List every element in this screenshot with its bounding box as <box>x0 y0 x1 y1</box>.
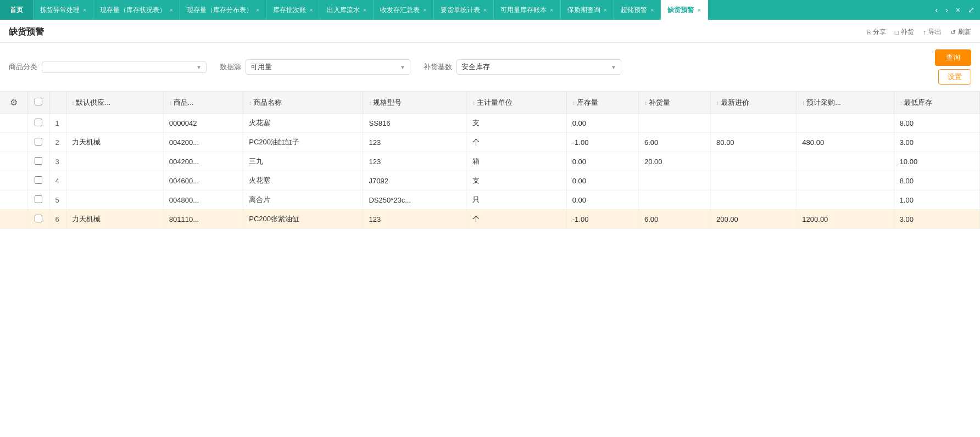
row-checkbox-2[interactable] <box>35 157 42 165</box>
row-index: 6 <box>49 210 66 229</box>
row-checkbox-cell[interactable] <box>27 114 49 133</box>
row-min-stock: 1.00 <box>894 191 979 210</box>
category-label: 商品分类 <box>9 62 37 72</box>
tab-close-all-btn[interactable]: × <box>953 4 964 15</box>
export-action[interactable]: ↑ 导出 <box>923 27 942 37</box>
tab-7-label: 要货单统计表 <box>441 5 480 15</box>
gear-icon[interactable]: ⚙ <box>10 98 18 107</box>
tab-7-close[interactable]: × <box>483 7 487 13</box>
tab-9-close[interactable]: × <box>604 7 607 13</box>
th-supplement[interactable]: 补货量 <box>638 92 710 114</box>
tab-8-close[interactable]: × <box>550 7 553 13</box>
row-checkbox-0[interactable] <box>35 119 42 126</box>
supplement-base-select-arrow: ▼ <box>611 64 616 70</box>
row-unit: 只 <box>467 191 566 210</box>
row-supplement: 20.00 <box>638 152 710 171</box>
th-checkbox[interactable] <box>27 92 49 114</box>
tab-next-btn[interactable]: › <box>942 4 951 15</box>
row-supplement <box>638 114 710 133</box>
row-checkbox-4[interactable] <box>35 195 42 203</box>
tab-3[interactable]: 现存量（库存分布表） × <box>180 0 266 20</box>
tab-10[interactable]: 超储预警 × <box>614 0 661 20</box>
supplement-base-filter-group: 补货基数 安全库存 ▼ <box>424 59 621 75</box>
tab-6-close[interactable]: × <box>423 7 426 13</box>
table-row: 5 004800... 离合片 DS250*23c... 只 0.00 1.00 <box>0 191 980 210</box>
tab-4[interactable]: 库存批次账 × <box>266 0 320 20</box>
datasource-select[interactable]: 可用量 ▼ <box>246 59 410 75</box>
tab-1[interactable]: 拣货异常处理 × <box>34 0 93 20</box>
tab-5[interactable]: 出入库流水 × <box>320 0 374 20</box>
row-checkbox-1[interactable] <box>35 138 42 145</box>
row-product-code: 004200... <box>163 133 243 152</box>
row-unit: 箱 <box>467 152 566 171</box>
row-supplement <box>638 171 710 191</box>
row-checkbox-cell[interactable] <box>27 191 49 210</box>
th-min-stock[interactable]: 最低库存 <box>894 92 979 114</box>
tab-2[interactable]: 现存量（库存状况表） × <box>93 0 180 20</box>
tab-11-close[interactable]: × <box>697 7 700 13</box>
datasource-select-value: 可用量 <box>250 62 272 72</box>
tab-8-label: 可用量库存账本 <box>500 5 547 15</box>
refresh-action[interactable]: ↺ 刷新 <box>950 27 971 37</box>
tab-bar: 首页 拣货异常处理 × 现存量（库存状况表） × 现存量（库存分布表） × 库存… <box>0 0 980 20</box>
tab-4-close[interactable]: × <box>309 7 313 13</box>
row-gear-cell <box>0 171 27 191</box>
row-est-purchase: 480.00 <box>797 133 894 152</box>
th-est-purchase[interactable]: 预计采购... <box>797 92 894 114</box>
tab-10-close[interactable]: × <box>650 7 654 13</box>
tab-2-close[interactable]: × <box>169 7 172 13</box>
row-checkbox-cell[interactable] <box>27 133 49 152</box>
row-checkbox-cell[interactable] <box>27 171 49 191</box>
row-checkbox-cell[interactable] <box>27 210 49 229</box>
row-product-name: PC200张紧油缸 <box>243 210 363 229</box>
refresh-icon: ↺ <box>950 29 956 36</box>
settings-button[interactable]: 设置 <box>938 69 971 85</box>
page-header: 缺货预警 ⎘ 分享 □ 补货 ↑ 导出 ↺ 刷新 <box>0 20 980 43</box>
tab-prev-btn[interactable]: ‹ <box>932 4 941 15</box>
tab-9[interactable]: 保质期查询 × <box>561 0 614 20</box>
tab-1-close[interactable]: × <box>83 7 86 13</box>
row-stock: 0.00 <box>566 114 638 133</box>
tab-5-close[interactable]: × <box>363 7 366 13</box>
th-product-name[interactable]: 商品名称 <box>243 92 363 114</box>
row-product-code: 004800... <box>163 191 243 210</box>
row-stock: 0.00 <box>566 191 638 210</box>
tab-expand-btn[interactable]: ⤢ <box>965 4 978 15</box>
row-gear-cell <box>0 152 27 171</box>
th-stock[interactable]: 库存量 <box>566 92 638 114</box>
th-unit[interactable]: 主计量单位 <box>467 92 566 114</box>
row-stock: 0.00 <box>566 152 638 171</box>
tab-6[interactable]: 收发存汇总表 × <box>374 0 433 20</box>
th-index <box>49 92 66 114</box>
tab-8[interactable]: 可用量库存账本 × <box>494 0 560 20</box>
row-latest-price: 200.00 <box>711 210 797 229</box>
row-index: 3 <box>49 152 66 171</box>
tab-11-label: 缺货预警 <box>667 5 694 15</box>
tab-3-close[interactable]: × <box>256 7 259 13</box>
th-spec[interactable]: 规格型号 <box>363 92 467 114</box>
header-actions: ⎘ 分享 □ 补货 ↑ 导出 ↺ 刷新 <box>867 27 971 37</box>
tab-11[interactable]: 缺货预警 × <box>661 0 708 20</box>
row-checkbox-cell[interactable] <box>27 152 49 171</box>
th-default-supplier[interactable]: 默认供应... <box>66 92 163 114</box>
row-unit: 支 <box>467 171 566 191</box>
tab-home[interactable]: 首页 <box>0 0 34 20</box>
category-select[interactable]: ▼ <box>42 61 207 73</box>
row-product-name: 火花塞 <box>243 114 363 133</box>
th-product-code[interactable]: 商品... <box>163 92 243 114</box>
row-checkbox-5[interactable] <box>35 215 42 222</box>
select-all-checkbox[interactable] <box>35 98 42 105</box>
category-select-arrow: ▼ <box>196 64 202 70</box>
supplement-action[interactable]: □ 补货 <box>895 27 914 37</box>
row-checkbox-3[interactable] <box>35 176 42 184</box>
th-gear[interactable]: ⚙ <box>0 92 27 114</box>
datasource-filter-group: 数据源 可用量 ▼ <box>220 59 410 75</box>
row-est-purchase <box>797 191 894 210</box>
tab-7[interactable]: 要货单统计表 × <box>434 0 494 20</box>
supplement-base-select[interactable]: 安全库存 ▼ <box>456 59 621 75</box>
row-supplement <box>638 191 710 210</box>
share-action[interactable]: ⎘ 分享 <box>867 27 886 37</box>
th-latest-price[interactable]: 最新进价 <box>711 92 797 114</box>
tab-5-label: 出入库流水 <box>327 5 360 15</box>
query-button[interactable]: 查询 <box>935 49 971 66</box>
